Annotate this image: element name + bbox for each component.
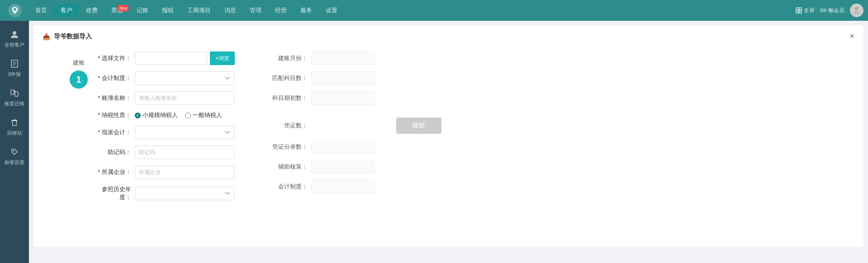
form-area: 建账 1 * 选择文件： +浏览	[43, 52, 854, 202]
memo-label: 助记码：	[95, 148, 131, 156]
new-badge: new	[118, 5, 128, 11]
nav-tax[interactable]: 报税	[156, 4, 180, 17]
right-info-rows: 建账月份： 匹配科目数： 科目期初数： 凭证数：	[267, 52, 441, 193]
sidebar-item-customers[interactable]: 全部客户	[0, 24, 29, 52]
sidebar-item-tags[interactable]: 标签设置	[0, 142, 29, 169]
info-period-value	[311, 91, 375, 105]
file-row: * 选择文件： +浏览	[95, 52, 249, 65]
sidebar-item-trash[interactable]: 回收站	[0, 113, 29, 140]
info-voucher-entries-label: 凭证分录数：	[267, 143, 308, 151]
info-accounting-sys-value	[311, 180, 375, 193]
upload-icon: 📤	[43, 33, 50, 40]
page-title: 导爷数据导入	[54, 33, 92, 41]
info-aux-row: 辅助核算：	[267, 160, 441, 174]
company-input[interactable]	[135, 165, 234, 179]
history-year-label: 参照历史年度：	[95, 185, 131, 202]
info-voucher-row: 凭证数： 建账	[267, 111, 441, 134]
svg-rect-1	[796, 8, 798, 10]
accounting-select[interactable]	[135, 71, 234, 85]
tax-small-option[interactable]: 小规模纳税人	[135, 111, 178, 119]
info-match-label: 匹配科目数：	[267, 74, 308, 82]
info-period-label: 科目期初数：	[267, 94, 308, 102]
svg-rect-3	[796, 11, 798, 13]
sidebar-migrate-label: 账套迁移	[5, 100, 24, 107]
svg-rect-2	[799, 8, 802, 10]
info-match-row: 匹配科目数：	[267, 71, 441, 85]
info-match-value	[311, 71, 375, 85]
file-input[interactable]	[135, 52, 207, 65]
fullscreen-label: 全屏	[804, 7, 815, 14]
info-voucher-entries-row: 凭证分录数：	[267, 140, 441, 154]
sidebar-trash-label: 回收站	[7, 130, 22, 136]
sidebar-declare-label: 0申报	[8, 71, 21, 78]
nav-settings[interactable]: 设置	[319, 4, 344, 17]
svg-rect-9	[11, 90, 14, 94]
transfer-icon	[9, 88, 20, 99]
step-label: 建账	[73, 59, 85, 67]
memo-input[interactable]	[135, 146, 234, 159]
info-voucher-entries-value	[311, 140, 375, 154]
nav-service[interactable]: 服务	[294, 4, 318, 17]
nav-items: 首页 客户 收费 票据 new 记账 报税 工商项目 消息 管理 经营 服务 设…	[29, 4, 796, 17]
company-row: * 所属企业：	[95, 165, 249, 179]
company-label: * 所属企业：	[95, 168, 131, 176]
svg-point-11	[13, 150, 14, 152]
nav-customer[interactable]: 客户	[54, 4, 79, 17]
sidebar-customers-label: 全部客户	[5, 42, 24, 48]
form-fields: * 选择文件： +浏览 * 会计制度：	[95, 52, 249, 202]
tax-small-radio[interactable]	[135, 113, 141, 118]
file-label: * 选择文件：	[95, 54, 131, 62]
nav-operation[interactable]: 经营	[269, 4, 293, 17]
vip-label: 畅会员	[828, 7, 844, 14]
page-container: 📤 导爷数据导入 × 建账 1 * 选择文件：	[33, 25, 863, 247]
info-month-label: 建账月份：	[267, 54, 308, 62]
sidebar-item-migrate[interactable]: 账套迁移	[0, 83, 29, 111]
info-month-row: 建账月份：	[267, 52, 441, 65]
nav-home[interactable]: 首页	[29, 4, 53, 17]
history-year-select[interactable]	[135, 187, 234, 200]
nav-message[interactable]: 消息	[218, 4, 242, 17]
build-button[interactable]: 建账	[396, 117, 441, 134]
memo-row: 助记码：	[95, 146, 249, 159]
top-nav: 首页 客户 收费 票据 new 记账 报税 工商项目 消息 管理 经营 服务 设…	[0, 0, 868, 21]
ledger-name-label: * 账簿名称：	[95, 94, 131, 102]
svg-point-6	[855, 7, 859, 10]
tax-radio-group: 小规模纳税人 一般纳税人	[135, 111, 222, 119]
info-accounting-sys-label: 会计制度：	[267, 183, 308, 191]
info-period-row: 科目期初数：	[267, 91, 441, 105]
svg-rect-10	[15, 92, 18, 96]
logo	[5, 0, 25, 21]
close-button[interactable]: ×	[849, 32, 854, 41]
svg-point-0	[14, 8, 16, 10]
nav-fee[interactable]: 收费	[80, 4, 104, 17]
history-year-row: 参照历史年度：	[95, 185, 249, 202]
file-input-group: +浏览	[135, 52, 235, 65]
info-month-value	[311, 52, 375, 65]
info-aux-value	[311, 160, 375, 174]
tax-type-label: * 纳税性质：	[95, 111, 131, 119]
nav-manage[interactable]: 管理	[243, 4, 268, 17]
user-icon	[9, 29, 20, 40]
sidebar: 全部客户 0申报 账套迁移	[0, 21, 29, 263]
ledger-name-row: * 账簿名称：	[95, 91, 249, 105]
nav-ticket[interactable]: 票据 new	[105, 4, 129, 17]
tax-general-radio[interactable]	[185, 113, 191, 118]
accountant-label: * 指派会计：	[95, 128, 131, 136]
browse-button[interactable]: +浏览	[210, 52, 235, 65]
accountant-row: * 指派会计：	[95, 126, 249, 139]
accountant-select[interactable]	[135, 126, 234, 139]
tax-general-option[interactable]: 一般纳税人	[185, 111, 222, 119]
nav-business[interactable]: 工商项目	[181, 4, 217, 17]
ledger-name-input[interactable]	[135, 91, 234, 105]
sidebar-item-declare[interactable]: 0申报	[0, 54, 29, 81]
fullscreen-btn[interactable]: 全屏	[796, 7, 815, 14]
trash-icon	[9, 117, 20, 128]
user-avatar[interactable]	[850, 4, 863, 17]
vip-btn[interactable]: 畅会员	[820, 7, 844, 14]
nav-bookkeeping[interactable]: 记账	[130, 4, 155, 17]
tag-icon	[9, 146, 20, 157]
accounting-label: * 会计制度：	[95, 74, 131, 82]
right-section: 建账月份： 匹配科目数： 科目期初数： 凭证数：	[267, 52, 441, 202]
main-content: 📤 导爷数据导入 × 建账 1 * 选择文件：	[29, 21, 868, 263]
info-voucher-label: 凭证数：	[267, 122, 308, 130]
